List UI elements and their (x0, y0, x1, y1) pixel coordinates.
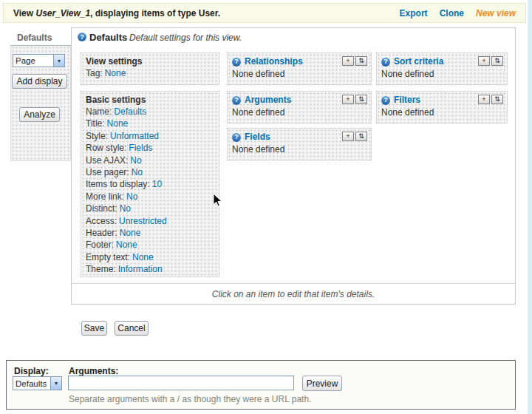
filters-content: None defined (381, 106, 502, 118)
panel-heading: Defaults (89, 32, 127, 43)
setting-label: Access: (86, 216, 117, 226)
tab-defaults[interactable]: Defaults (10, 30, 71, 46)
relationships-title-link[interactable]: Relationships (245, 56, 303, 67)
setting-label: Header: (86, 228, 117, 238)
preview-panel: Display: Defaults ▼ Arguments: Preview S… (6, 360, 516, 410)
display-label: Display: (14, 366, 49, 376)
setting-row: Access:Unrestricted (86, 215, 214, 227)
new-view-link[interactable]: New view (476, 8, 516, 18)
sort-criteria-content: None defined (381, 68, 502, 80)
arguments-input[interactable] (68, 376, 294, 390)
setting-value-link[interactable]: Defaults (114, 106, 146, 117)
add-argument-button[interactable]: + (342, 95, 354, 104)
setting-label: More link: (86, 191, 124, 202)
setting-value-link[interactable]: None (132, 252, 154, 262)
setting-row: More link:No (86, 191, 214, 203)
view-title-prefix: View (13, 8, 35, 18)
add-sort-button[interactable]: + (478, 56, 490, 66)
filters-box: ? Filters + ⇅ None defined (376, 91, 508, 123)
page-edge-strip (528, 0, 532, 414)
fields-title-link[interactable]: Fields (245, 132, 270, 143)
relationships-box: ? Relationships + ⇅ None defined (227, 52, 372, 85)
setting-value-link[interactable]: None (107, 118, 129, 129)
setting-value-link[interactable]: No (132, 167, 143, 177)
setting-row: Items to display:10 (86, 178, 214, 190)
save-button[interactable]: Save (81, 321, 107, 336)
help-icon[interactable]: ? (381, 58, 390, 67)
setting-label: Title: (86, 118, 105, 129)
display-type-select[interactable]: Page ▼ (13, 54, 65, 67)
view-title: View User_View_1, displaying items of ty… (13, 8, 220, 18)
setting-value-link[interactable]: Unformatted (110, 131, 159, 141)
help-icon[interactable]: ? (232, 96, 241, 105)
view-header-bar: View User_View_1, displaying items of ty… (3, 3, 526, 23)
panel-subtitle: Default settings for this view. (129, 33, 242, 43)
help-icon[interactable]: ? (78, 33, 86, 41)
setting-value-link[interactable]: No (130, 155, 141, 166)
arguments-content: None defined (232, 106, 366, 118)
setting-row: Empty text:None (86, 251, 214, 263)
setting-value-link[interactable]: None (105, 68, 126, 78)
setting-value-link[interactable]: Fields (129, 143, 152, 153)
view-settings-header: View settings (86, 56, 214, 67)
setting-label: Row style: (86, 143, 126, 153)
setting-value-link[interactable]: No (120, 203, 131, 214)
display-settings-panel: ? Defaults Default settings for this vie… (71, 27, 516, 305)
sort-criteria-controls: + ⇅ (478, 56, 503, 66)
add-relationship-button[interactable]: + (342, 56, 354, 66)
setting-label: Tag: (86, 68, 103, 78)
add-field-button[interactable]: + (342, 132, 354, 141)
view-settings-rows: Tag:None (86, 67, 214, 79)
panel-header: ? Defaults Default settings for this vie… (72, 28, 515, 47)
setting-value-link[interactable]: 10 (152, 179, 162, 189)
views-ui-screen: View User_View_1, displaying items of ty… (0, 0, 532, 414)
help-icon[interactable]: ? (381, 96, 390, 105)
fields-content: None defined (232, 143, 366, 155)
setting-label: Distinct: (86, 203, 117, 214)
analyze-button[interactable]: Analyze (19, 107, 60, 122)
fields-controls: + ⇅ (342, 132, 367, 141)
rearrange-fields-button[interactable]: ⇅ (355, 132, 367, 141)
relationships-controls: + ⇅ (342, 56, 367, 66)
add-display-button[interactable]: Add display (12, 74, 67, 89)
chevron-down-icon: ▼ (50, 377, 61, 390)
preview-display-select-value: Defaults (13, 377, 50, 390)
setting-value-link[interactable]: None (120, 228, 141, 238)
arguments-label: Arguments: (69, 366, 118, 376)
preview-display-select[interactable]: Defaults ▼ (13, 376, 62, 390)
relationships-content: None defined (232, 68, 366, 80)
rearrange-arguments-button[interactable]: ⇅ (355, 95, 367, 104)
chevron-down-icon: ▼ (53, 55, 64, 67)
view-settings-title: View settings (86, 56, 142, 67)
rearrange-relationships-button[interactable]: ⇅ (355, 56, 367, 66)
rearrange-sorts-button[interactable]: ⇅ (491, 56, 503, 66)
setting-row: Footer:None (86, 239, 214, 251)
clone-link[interactable]: Clone (440, 8, 464, 18)
rearrange-filters-button[interactable]: ⇅ (491, 95, 503, 104)
setting-row: Style:Unformatted (86, 130, 214, 142)
view-name: User_View_1 (35, 8, 90, 18)
arguments-controls: + ⇅ (342, 95, 367, 104)
view-title-suffix: , displaying items of type User. (90, 8, 220, 18)
add-filter-button[interactable]: + (478, 95, 490, 104)
help-icon[interactable]: ? (232, 133, 241, 142)
sort-criteria-title-link[interactable]: Sort criteria (394, 56, 443, 67)
preview-button[interactable]: Preview (302, 376, 342, 391)
filters-title-link[interactable]: Filters (394, 95, 420, 106)
help-icon[interactable]: ? (232, 58, 241, 67)
arguments-title-link[interactable]: Arguments (245, 95, 291, 106)
setting-label: Use AJAX: (86, 155, 128, 166)
setting-label: Theme: (86, 264, 116, 274)
basic-settings-title: Basic settings (86, 95, 146, 106)
setting-row: Distinct:No (86, 203, 214, 214)
setting-value-link[interactable]: No (126, 191, 137, 202)
setting-value-link[interactable]: Unrestricted (119, 216, 167, 226)
panel-footer-hint: Click on an item to edit that item's det… (72, 283, 515, 304)
setting-row: Use AJAX:No (86, 155, 214, 166)
cancel-button[interactable]: Cancel (115, 321, 149, 336)
view-action-links: Export Clone New view (400, 8, 516, 18)
setting-value-link[interactable]: Information (118, 264, 163, 274)
export-link[interactable]: Export (400, 8, 428, 18)
setting-value-link[interactable]: None (116, 240, 137, 250)
setting-row: Use pager:No (86, 166, 214, 178)
